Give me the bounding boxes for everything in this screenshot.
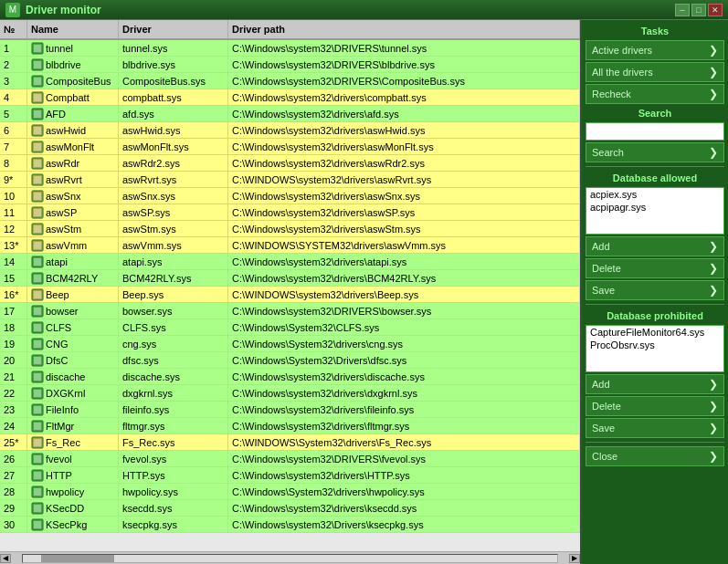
table-row[interactable]: 19 CNG cng.sys C:\Windows\System32\drive…: [0, 336, 580, 352]
table-row[interactable]: 8 aswRdr aswRdr2.sys C:\Windows\system32…: [0, 155, 580, 172]
table-row[interactable]: 10 aswSnx aswSnx.sys C:\Windows\system32…: [0, 188, 580, 204]
td-name: bowser: [27, 303, 119, 319]
recheck-arrow: ❯: [709, 88, 718, 100]
table-row[interactable]: 24 FltMgr fltmgr.sys C:\Windows\system32…: [0, 418, 580, 434]
db-prohibited-item[interactable]: ProcObsrv.sys: [586, 339, 723, 351]
td-num: 23: [0, 402, 27, 417]
td-num: 22: [0, 385, 27, 401]
svg-rect-35: [34, 324, 41, 331]
hscroll-left-arrow[interactable]: ◀: [0, 554, 11, 563]
all-drivers-button[interactable]: All the drivers ❯: [586, 62, 724, 82]
td-name: blbdrive: [27, 57, 119, 72]
td-num: 16*: [0, 287, 27, 302]
table-body[interactable]: 1 tunnel tunnel.sys C:\Windows\system32\…: [0, 40, 580, 551]
active-drivers-button[interactable]: Active drivers ❯: [586, 40, 724, 60]
table-row[interactable]: 18 CLFS CLFS.sys C:\Windows\System32\CLF…: [0, 319, 580, 336]
driver-icon: [31, 518, 44, 531]
svg-rect-5: [34, 78, 41, 85]
td-num: 19: [0, 336, 27, 351]
close-window-button[interactable]: ✕: [708, 4, 723, 16]
driver-icon: [31, 486, 44, 498]
db-allowed-item[interactable]: acpipagr.sys: [586, 201, 723, 214]
td-path: C:\Windows\system32\DRIVERS\blbdrive.sys: [228, 57, 580, 72]
horizontal-scrollbar[interactable]: ◀ ▶: [0, 551, 580, 564]
table-row[interactable]: 13* aswVmm aswVmm.sys C:\WINDOWS\SYSTEM3…: [0, 237, 580, 254]
table-row[interactable]: 4 Compbatt compbatt.sys C:\Windows\syste…: [0, 89, 580, 106]
driver-icon: [31, 108, 44, 120]
add-prohibited-button[interactable]: Add ❯: [586, 374, 724, 394]
table-row[interactable]: 29 KSecDD ksecdd.sys C:\Windows\system32…: [0, 500, 580, 517]
driver-icon: [31, 436, 44, 449]
recheck-button[interactable]: Recheck ❯: [586, 84, 724, 104]
db-allowed-item[interactable]: acpiex.sys: [586, 188, 723, 201]
td-driver: fvevol.sys: [119, 451, 228, 466]
svg-rect-23: [34, 225, 41, 233]
table-row[interactable]: 12 aswStm aswStm.sys C:\Windows\system32…: [0, 221, 580, 237]
svg-rect-3: [34, 61, 41, 68]
table-row[interactable]: 14 atapi atapi.sys C:\Windows\system32\d…: [0, 254, 580, 270]
hscroll-right-arrow[interactable]: ▶: [569, 554, 580, 563]
td-name: FileInfo: [27, 402, 119, 417]
td-path: C:\Windows\system32\drivers\ksecdd.sys: [228, 500, 580, 516]
db-prohibited-label: Database prohibited: [586, 308, 724, 323]
save-prohibited-button[interactable]: Save ❯: [586, 418, 724, 438]
add-allowed-button[interactable]: Add ❯: [586, 236, 724, 256]
table-row[interactable]: 9* aswRvrt aswRvrt.sys C:\WINDOWS\system…: [0, 172, 580, 188]
table-row[interactable]: 26 fvevol fvevol.sys C:\Windows\system32…: [0, 451, 580, 467]
driver-icon: [31, 223, 44, 235]
search-input[interactable]: [586, 122, 724, 141]
table-row[interactable]: 30 KSecPkg ksecpkg.sys C:\Windows\system…: [0, 517, 580, 533]
table-row[interactable]: 15 BCM42RLY BCM42RLY.sys C:\Windows\syst…: [0, 270, 580, 287]
left-panel: № Name Driver Driver path 1 tunnel tunne…: [0, 20, 582, 564]
table-row[interactable]: 25* Fs_Rec Fs_Rec.sys C:\WINDOWS\System3…: [0, 434, 580, 451]
hscroll-thumb[interactable]: [41, 555, 114, 562]
table-row[interactable]: 22 DXGKrnl dxgkrnl.sys C:\Windows\system…: [0, 385, 580, 402]
td-driver: discache.sys: [119, 369, 228, 384]
driver-icon: [31, 288, 44, 301]
save-allowed-button[interactable]: Save ❯: [586, 280, 724, 300]
table-row[interactable]: 28 hwpolicy hwpolicy.sys C:\Windows\Syst…: [0, 484, 580, 500]
table-row[interactable]: 23 FileInfo fileinfo.sys C:\Windows\syst…: [0, 402, 580, 418]
table-row[interactable]: 27 HTTP HTTP.sys C:\Windows\system32\dri…: [0, 467, 580, 484]
svg-rect-19: [34, 193, 41, 200]
td-num: 17: [0, 303, 27, 319]
table-row[interactable]: 6 aswHwid aswHwid.sys C:\Windows\system3…: [0, 122, 580, 139]
table-row[interactable]: 7 aswMonFlt aswMonFlt.sys C:\Windows\sys…: [0, 139, 580, 155]
td-name: aswMonFlt: [27, 139, 119, 154]
td-name: aswStm: [27, 221, 119, 236]
td-path: C:\Windows\system32\drivers\discache.sys: [228, 369, 580, 384]
table-row[interactable]: 21 discache discache.sys C:\Windows\syst…: [0, 369, 580, 385]
svg-rect-53: [34, 472, 41, 479]
close-button[interactable]: Close ❯: [586, 446, 724, 466]
delete-prohibited-button[interactable]: Delete ❯: [586, 396, 724, 416]
table-row[interactable]: 16* Beep Beep.sys C:\WINDOWS\system32\dr…: [0, 287, 580, 303]
td-num: 14: [0, 254, 27, 269]
svg-rect-9: [34, 110, 41, 118]
td-path: C:\Windows\system32\DRIVERS\bowser.sys: [228, 303, 580, 319]
title-bar: M Driver monitor – □ ✕: [0, 0, 728, 20]
td-name: CNG: [27, 336, 119, 351]
table-row[interactable]: 1 tunnel tunnel.sys C:\Windows\system32\…: [0, 40, 580, 57]
hscroll-track[interactable]: [22, 554, 558, 563]
td-path: C:\Windows\system32\drivers\aswHwid.sys: [228, 122, 580, 138]
td-path: C:\WINDOWS\system32\drivers\Beep.sys: [228, 287, 580, 302]
delete-allowed-button[interactable]: Delete ❯: [586, 258, 724, 278]
td-driver: aswStm.sys: [119, 221, 228, 236]
minimize-button[interactable]: –: [675, 4, 690, 16]
td-num: 21: [0, 369, 27, 384]
td-driver: fileinfo.sys: [119, 402, 228, 417]
table-row[interactable]: 17 bowser bowser.sys C:\Windows\system32…: [0, 303, 580, 319]
table-row[interactable]: 20 DfsC dfsc.sys C:\Windows\System32\Dri…: [0, 352, 580, 369]
db-prohibited-list[interactable]: CaptureFileMonitor64.sysProcObsrv.sys: [586, 325, 724, 372]
table-row[interactable]: 2 blbdrive blbdrive.sys C:\Windows\syste…: [0, 57, 580, 73]
td-path: C:\Windows\system32\drivers\dxgkrnl.sys: [228, 385, 580, 401]
td-name: aswRvrt: [27, 172, 119, 187]
maximize-button[interactable]: □: [691, 4, 706, 16]
db-prohibited-item[interactable]: CaptureFileMonitor64.sys: [586, 326, 723, 339]
td-driver: CompositeBus.sys: [119, 73, 228, 89]
db-allowed-list[interactable]: acpiex.sysacpipagr.sys: [586, 187, 724, 235]
table-row[interactable]: 3 CompositeBus CompositeBus.sys C:\Windo…: [0, 73, 580, 89]
search-button[interactable]: Search ❯: [586, 142, 724, 162]
table-row[interactable]: 11 aswSP aswSP.sys C:\Windows\system32\d…: [0, 204, 580, 221]
table-row[interactable]: 5 AFD afd.sys C:\Windows\system32\driver…: [0, 106, 580, 122]
